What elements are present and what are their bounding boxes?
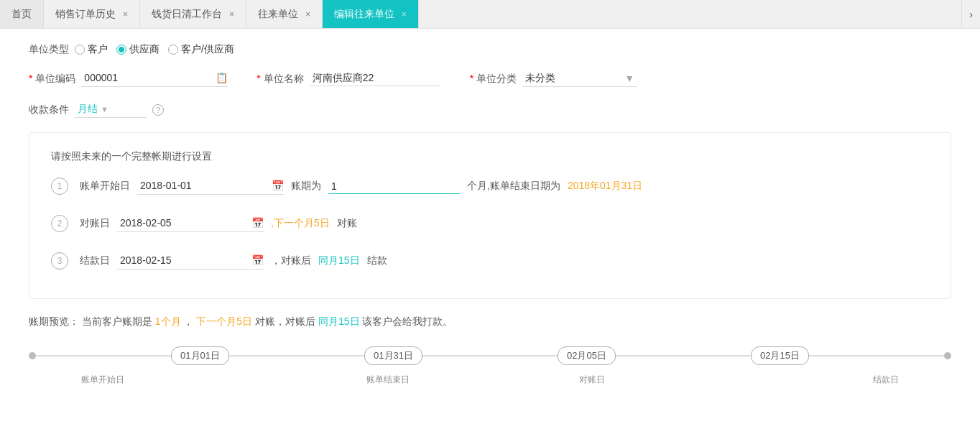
unit-name-input[interactable] [310,71,441,86]
tl-label-4-wrapper: 结款日 [694,368,944,386]
radio-both[interactable]: 客户/供应商 [168,43,234,56]
radio-circle-customer [75,45,85,55]
calendar-icon-unit-code[interactable]: 📋 [216,72,228,83]
unit-name-group: 单位名称 [256,71,440,86]
step-3-content: 结款日 📅 ，对账后 同月15日 结款 [80,253,387,270]
payment-condition-select[interactable]: 月结 ▼ [75,101,147,118]
step-2-suffix: 对账 [337,217,357,230]
preview-highlight-2: 下一个月5日 [196,316,252,327]
timeline-node-2: 01月31日 [364,346,422,365]
tab-cash-workbench[interactable]: 钱货日清工作台 × [140,0,246,28]
radio-label-both: 客户/供应商 [181,43,234,56]
preview-highlight-3: 同月15日 [318,316,360,327]
calendar-icon-step1[interactable]: 📅 [272,180,284,191]
tab-close-edit-trading-unit[interactable]: × [402,9,407,19]
preview-text-3: 对账，对账后 [255,316,315,327]
preview-label: 账期预览： [29,316,79,327]
step-3-date-input-wrapper: 📅 [117,253,264,270]
radio-label-customer: 客户 [88,43,108,56]
step-1-suffix: 账期为 [291,180,321,193]
radio-label-supplier: 供应商 [129,43,160,56]
tab-bar: 首页 销售订单历史 × 钱货日清工作台 × 往来单位 × 编辑往来单位 × › [0,0,980,29]
tab-sales-order-history[interactable]: 销售订单历史 × [44,0,140,28]
timeline-seg-3 [422,355,558,356]
step-3-prefix: ，对账后 [271,254,311,267]
step-3-num: 3 [51,252,68,270]
tl-label-3-wrapper: 对账日 [490,368,694,386]
step-1-date-input-wrapper: 📅 [137,178,284,195]
settings-card: 请按照未来的一个完整帐期进行设置 1 账单开始日 📅 账期为 个月,账单结束日期… [29,132,951,299]
page-content: 单位类型 客户 供应商 客户/供应商 单位编码 [0,29,980,437]
timeline-seg-2 [229,355,364,356]
step-2-date-input[interactable] [117,216,249,230]
calendar-icon-step2[interactable]: 📅 [251,217,264,229]
step-1-num: 1 [51,178,68,195]
timeline-node-4: 02月15日 [751,346,809,365]
step-2-row: 2 对账日 📅 ,下一个月5日 对账 [51,215,929,232]
step-1-field-label: 账单开始日 [80,180,130,193]
timeline-point-4: 02月15日 [751,346,809,365]
step-3-highlight: 同月15日 [318,254,360,267]
help-icon[interactable]: ? [152,104,164,116]
preview-text-2: ， [183,316,193,327]
step-1-period-input[interactable] [328,179,460,194]
payment-condition-label: 收款条件 [29,104,69,116]
step-1-row: 1 账单开始日 📅 账期为 个月,账单结束日期为 2018年01月31日 [51,178,929,195]
unit-code-input-wrapper: 📋 [81,70,228,87]
step-1-period-unit: 个月,账单结束日期为 [467,180,560,193]
unit-code-input[interactable] [81,70,213,85]
step-3-date-input[interactable] [117,253,249,267]
unit-type-label: 单位类型 [29,43,69,56]
tab-close-sales-order-history[interactable]: × [123,9,128,19]
select-arrow-icon: ▼ [101,105,108,114]
step-1-highlight-date: 2018年01月31日 [568,180,642,193]
dropdown-arrow-icon: ▼ [624,73,634,84]
step-1-date-input[interactable] [137,178,269,193]
tab-edit-trading-unit[interactable]: 编辑往来单位 × [323,0,419,28]
timeline-node-3: 02月05日 [558,346,616,365]
timeline-wrapper: 01月01日 01月31日 02月05日 02月15日 账单开始日 [29,346,951,386]
preview-text-4: 该客户会给我打款。 [362,316,453,327]
radio-supplier[interactable]: 供应商 [116,43,160,56]
tab-close-trading-unit[interactable]: × [305,9,310,19]
calendar-icon-step3[interactable]: 📅 [251,254,264,266]
timeline-labels-row: 账单开始日 账单结束日 对账日 结款日 [29,368,951,386]
timeline-seg-4 [616,355,751,356]
step-2-num: 2 [51,215,68,232]
unit-info-row: 单位编码 📋 单位名称 单位分类 未分类 ▼ [29,70,951,87]
radio-circle-supplier [116,45,126,55]
unit-category-group: 单位分类 未分类 ▼ [470,70,637,87]
unit-category-label: 单位分类 [470,73,517,86]
tab-close-cash-workbench[interactable]: × [229,9,234,19]
unit-code-label: 单位编码 [29,73,75,86]
tl-label-1-wrapper: 账单开始日 [36,368,286,386]
radio-customer[interactable]: 客户 [75,43,108,56]
timeline-label-2: 账单结束日 [366,374,410,386]
timeline-point-1: 01月01日 [171,346,229,365]
unit-type-row: 单位类型 客户 供应商 客户/供应商 [29,43,951,56]
tab-trading-unit[interactable]: 往来单位 × [246,0,323,28]
timeline-point-2: 01月31日 [364,346,422,365]
unit-type-radio-group: 客户 供应商 客户/供应商 [75,43,234,56]
step-3-suffix: 结款 [367,254,387,267]
unit-category-select[interactable]: 未分类 ▼ [522,70,637,87]
preview-section: 账期预览： 当前客户账期是 1个月 ， 下一个月5日 对账，对账后 同月15日 … [29,313,951,329]
step-2-content: 对账日 📅 ,下一个月5日 对账 [80,216,357,232]
step-2-field-label: 对账日 [80,217,110,230]
timeline-point-3: 02月05日 [558,346,616,365]
timeline-seg-5 [809,355,944,356]
tab-more-arrow[interactable]: › [961,0,980,28]
radio-circle-both [168,45,178,55]
unit-type-group: 单位类型 客户 供应商 客户/供应商 [29,43,234,56]
card-instruction: 请按照未来的一个完整帐期进行设置 [51,150,929,163]
payment-condition-group: 收款条件 月结 ▼ ? [29,101,164,118]
timeline-label-4: 结款日 [873,374,899,386]
timeline-end-dot [944,352,951,359]
chevron-right-icon: › [969,9,973,20]
preview-highlight-1: 1个月 [155,316,181,327]
tl-label-2-wrapper: 账单结束日 [286,368,490,386]
tab-home[interactable]: 首页 [0,0,44,28]
step-2-highlight: ,下一个月5日 [271,217,330,230]
step-1-content: 账单开始日 📅 账期为 个月,账单结束日期为 2018年01月31日 [80,178,642,195]
timeline-node-1: 01月01日 [171,346,229,365]
